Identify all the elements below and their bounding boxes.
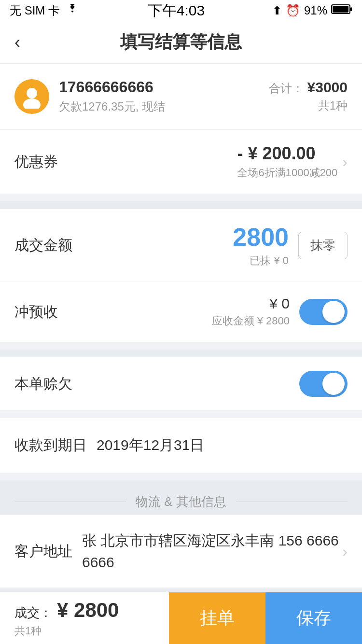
- svg-point-3: [27, 88, 37, 98]
- trade-section: 成交金额 2800 已抹 ¥ 0 抹零 冲预收 ¥ 0 应收金额 ¥ 2800: [0, 209, 362, 342]
- bottom-trade-count: 共1种: [14, 624, 154, 638]
- hold-button[interactable]: 挂单: [169, 592, 265, 644]
- status-right: ⬆ ⏰ 91%: [272, 4, 352, 17]
- due-date-row: 收款到期日 2019年12月31日: [0, 418, 362, 473]
- debt-section: 本单赊欠: [0, 357, 362, 410]
- trade-sub: 已抹 ¥ 0: [233, 253, 289, 268]
- bottom-trade-label: 成交：: [14, 604, 52, 621]
- location-icon: ⬆: [272, 4, 282, 17]
- back-button[interactable]: ‹: [14, 32, 20, 53]
- trade-amount-row: 成交金额 2800 已抹 ¥ 0 抹零: [0, 209, 362, 282]
- round-off-button[interactable]: 抹零: [298, 232, 348, 259]
- advance-row: 冲预收 ¥ 0 应收金额 ¥ 2800: [0, 282, 362, 342]
- address-chevron-icon: ›: [342, 543, 348, 560]
- svg-rect-2: [350, 7, 352, 11]
- address-row[interactable]: 客户地址 张 北京市市辖区海淀区永丰南 156 6666 6666 ›: [0, 515, 362, 588]
- battery-icon: [331, 4, 352, 17]
- total-count: 共1种: [269, 98, 348, 113]
- debt-label: 本单赊欠: [14, 374, 72, 394]
- status-time: 下午4:03: [148, 1, 205, 21]
- address-label: 客户地址: [14, 542, 72, 561]
- svg-point-4: [23, 98, 41, 109]
- bottom-trade-amount: ¥ 2800: [57, 599, 119, 622]
- status-left: 无 SIM 卡: [10, 3, 80, 18]
- address-value: 张 北京市市辖区海淀区永丰南 156 6666 6666: [82, 530, 342, 573]
- toggle-thumb: [322, 301, 345, 323]
- total-label-row: 合计： ¥3000: [269, 79, 348, 96]
- debt-toggle[interactable]: [299, 371, 348, 397]
- page-title: 填写结算等信息: [120, 30, 242, 54]
- save-button[interactable]: 保存: [265, 592, 362, 644]
- total-amount: ¥3000: [307, 79, 348, 95]
- divider-text: 物流 & 其他信息: [126, 493, 236, 510]
- coupon-label: 优惠券: [14, 152, 58, 172]
- debt-toggle-thumb: [322, 373, 345, 395]
- battery-label: 91%: [304, 4, 327, 17]
- svg-rect-1: [333, 6, 348, 13]
- trade-amount-label: 成交金额: [14, 236, 72, 255]
- advance-toggle[interactable]: [299, 299, 348, 325]
- customer-phone: 17666666666: [59, 78, 165, 96]
- bottom-summary: 成交： ¥ 2800 共1种: [0, 599, 169, 638]
- advance-sub: 应收金额 ¥ 2800: [212, 314, 290, 328]
- coupon-desc: 全场6折满1000减200: [237, 166, 337, 180]
- coupon-amount: - ¥ 200.00: [237, 143, 337, 164]
- coupon-row[interactable]: 优惠券 - ¥ 200.00 全场6折满1000减200 ›: [0, 130, 362, 194]
- bottom-bar: 成交： ¥ 2800 共1种 挂单 保存: [0, 592, 362, 644]
- wifi-icon: [65, 4, 80, 17]
- chevron-right-icon: ›: [342, 153, 348, 171]
- clock-icon: ⏰: [286, 4, 300, 17]
- customer-card: 17666666666 欠款1276.35元, 现结 合计： ¥3000 共1种: [0, 64, 362, 129]
- section-divider: 物流 & 其他信息: [0, 488, 362, 515]
- status-bar: 无 SIM 卡 下午4:03 ⬆ ⏰ 91%: [0, 0, 362, 21]
- due-date-label: 收款到期日: [14, 435, 87, 455]
- debt-row: 本单赊欠: [0, 357, 362, 410]
- sim-status: 无 SIM 卡: [10, 3, 60, 18]
- due-date-value: 2019年12月31日: [97, 435, 204, 455]
- avatar: [14, 79, 49, 114]
- trade-amount-value: 2800: [233, 223, 289, 252]
- customer-sub: 欠款1276.35元, 现结: [59, 99, 165, 114]
- advance-label: 冲预收: [14, 302, 58, 322]
- nav-bar: ‹ 填写结算等信息: [0, 21, 362, 64]
- total-label: 合计：: [269, 82, 304, 95]
- advance-amount: ¥ 0: [212, 295, 290, 312]
